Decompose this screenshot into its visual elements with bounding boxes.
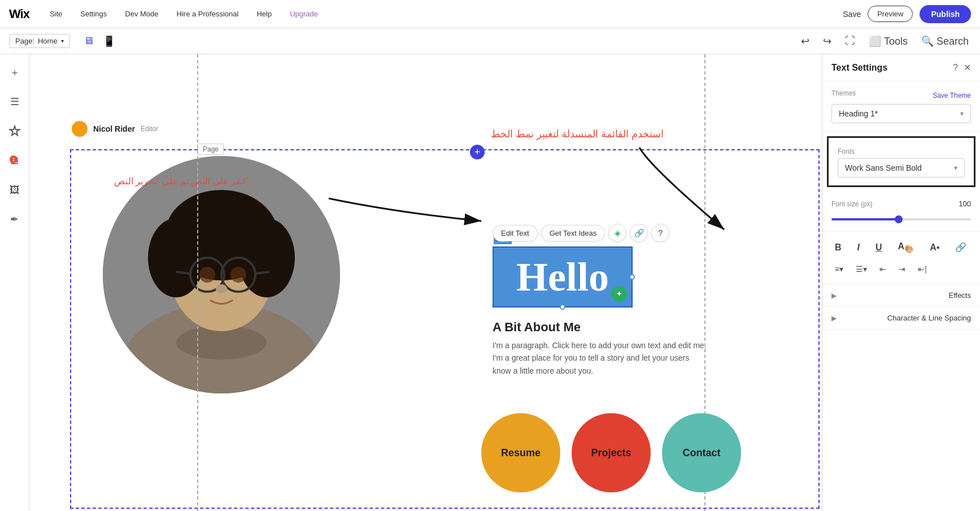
svg-point-17: [216, 284, 227, 293]
page-name: Home: [38, 37, 58, 45]
bold-button[interactable]: B: [831, 240, 845, 255]
font-size-section: Font size (px) 100: [822, 192, 980, 231]
font-size-label: Font size (px): [831, 200, 873, 208]
themes-label: Themes: [831, 89, 856, 97]
save-button[interactable]: Save: [843, 10, 861, 19]
mobile-icon[interactable]: 📱: [101, 33, 117, 50]
search-icon[interactable]: 🔍 Search: [919, 33, 971, 50]
expand-icon[interactable]: ⛶: [843, 33, 857, 49]
sidebar-design[interactable]: [6, 122, 24, 140]
font-value: Work Sans Semi Bold: [845, 163, 922, 172]
page-label: Page:: [15, 37, 34, 45]
link-text-button[interactable]: 🔗: [952, 240, 970, 255]
character-spacing-arrow-icon: ▶: [831, 314, 837, 322]
about-text: I'm a paragraph. Click here to add your …: [493, 339, 707, 377]
top-navigation: Wix Site Settings Dev Mode Hire a Profes…: [0, 0, 980, 28]
alignment-row: ≡▾ ☰▾ ⇤ ⇥ ⇤|: [831, 262, 971, 276]
effects-row: ▶ Effects: [831, 291, 971, 300]
fonts-label: Fonts: [838, 148, 855, 155]
hello-text[interactable]: Hello: [516, 254, 609, 300]
effects-arrow-icon: ▶: [831, 292, 837, 300]
contact-button[interactable]: Contact: [662, 413, 741, 492]
hello-text-box[interactable]: Text Hello ✦: [493, 246, 633, 308]
undo-icon[interactable]: ↩: [799, 33, 812, 50]
heading-option: Heading 1*: [839, 109, 878, 118]
resize-handle-bottom[interactable]: [560, 304, 565, 310]
nav-hire[interactable]: Hire a Professional: [173, 7, 242, 20]
help-icon-button[interactable]: ?: [651, 224, 669, 242]
redo-icon[interactable]: ↪: [821, 33, 834, 50]
annotation-left: "انقر على النص ثم على "تحرير النص: [114, 176, 249, 187]
align-left-button[interactable]: ≡▾: [831, 262, 847, 276]
about-section: A Bit About Me I'm a paragraph. Click he…: [493, 320, 707, 377]
highlight-button[interactable]: A▪: [926, 240, 943, 255]
character-spacing-section[interactable]: ▶ Character & Line Spacing: [822, 307, 980, 330]
list-button[interactable]: ☰▾: [852, 262, 870, 276]
main-layout: ＋ ☰ ⊞1 🖼 ✒ Nicol Rider Editor Page: [0, 54, 980, 511]
profile-image: [103, 156, 340, 393]
about-title: A Bit About Me: [493, 320, 707, 335]
resize-handle-right[interactable]: [629, 274, 635, 280]
nav-site[interactable]: Site: [46, 7, 66, 20]
effects-section[interactable]: ▶ Effects: [822, 284, 980, 307]
resume-button[interactable]: Resume: [481, 413, 560, 492]
device-icons: 🖥 📱: [81, 33, 117, 50]
projects-button[interactable]: Projects: [572, 413, 651, 492]
indent-decrease-button[interactable]: ⇤: [876, 262, 890, 276]
nav-devmode[interactable]: Dev Mode: [121, 7, 162, 20]
character-spacing-row: ▶ Character & Line Spacing: [831, 314, 971, 322]
sidebar-blog[interactable]: ✒: [6, 210, 24, 228]
ai-icon-button[interactable]: ◈: [608, 224, 626, 242]
preview-button[interactable]: Preview: [868, 6, 913, 22]
canvas-area: Nicol Rider Editor Page + استخدم القائمة…: [29, 54, 822, 511]
second-navigation: Page: Home ▾ 🖥 📱 ↩ ↪ ⛶ ⬜ Tools 🔍 Search: [0, 28, 980, 54]
underline-button[interactable]: U: [872, 240, 886, 255]
sidebar-media[interactable]: 🖼: [6, 181, 24, 199]
font-size-row: Font size (px) 100: [831, 200, 971, 208]
svg-point-15: [199, 267, 215, 283]
sidebar-pages[interactable]: ☰: [6, 93, 24, 111]
close-panel-icon[interactable]: ✕: [964, 62, 971, 73]
cta-buttons: Resume Projects Contact: [481, 413, 741, 492]
svg-point-16: [230, 267, 246, 283]
get-text-ideas-button[interactable]: Get Text Ideas: [541, 225, 606, 241]
help-panel-icon[interactable]: ?: [953, 63, 958, 73]
panel-header: Text Settings ? ✕: [822, 54, 980, 81]
tools-icon[interactable]: ⬜ Tools: [866, 33, 910, 50]
effects-label: Effects: [948, 291, 971, 300]
heading-chevron-icon: ▾: [960, 110, 964, 118]
ai-badge[interactable]: ✦: [611, 286, 627, 302]
save-theme-link[interactable]: Save Theme: [933, 92, 971, 99]
nav-upgrade[interactable]: Upgrade: [286, 7, 321, 20]
panel-header-icons: ? ✕: [953, 62, 971, 73]
rtl-button[interactable]: ⇤|: [914, 262, 930, 276]
nav2-right: ↩ ↪ ⛶ ⬜ Tools 🔍 Search: [799, 33, 971, 50]
themes-row: Themes Save Theme: [831, 89, 971, 102]
sidebar-add[interactable]: ＋: [6, 63, 24, 81]
fonts-section: Fonts Work Sans Semi Bold ▾: [827, 136, 975, 187]
desktop-icon[interactable]: 🖥: [81, 33, 96, 50]
sidebar-apps[interactable]: ⊞1: [6, 151, 24, 170]
publish-button[interactable]: Publish: [920, 5, 971, 23]
user-avatar: [72, 121, 88, 137]
link-icon-button[interactable]: 🔗: [630, 224, 648, 242]
text-color-button[interactable]: A🎨: [895, 239, 918, 255]
add-content-button[interactable]: +: [470, 145, 485, 159]
italic-button[interactable]: I: [854, 240, 863, 255]
apps-badge: 1: [10, 155, 18, 163]
edit-text-button[interactable]: Edit Text: [493, 225, 538, 241]
nav-settings[interactable]: Settings: [77, 7, 110, 20]
page-selector[interactable]: Page: Home ▾: [9, 34, 70, 48]
font-dropdown[interactable]: Work Sans Semi Bold ▾: [838, 158, 965, 177]
hello-text-wrapper[interactable]: ↺ Text Hello ✦: [493, 246, 633, 308]
font-size-slider[interactable]: [831, 218, 971, 220]
panel-title: Text Settings: [831, 63, 887, 73]
canvas-inner: Nicol Rider Editor Page + استخدم القائمة…: [29, 54, 822, 511]
character-spacing-label: Character & Line Spacing: [887, 314, 971, 322]
indent-increase-button[interactable]: ⇥: [895, 262, 909, 276]
nav-help[interactable]: Help: [253, 7, 275, 20]
font-size-slider-wrapper: [831, 213, 971, 223]
left-sidebar: ＋ ☰ ⊞1 🖼 ✒: [0, 54, 29, 511]
user-info-bar: Nicol Rider Editor: [72, 121, 158, 137]
heading-dropdown[interactable]: Heading 1* ▾: [831, 104, 971, 123]
